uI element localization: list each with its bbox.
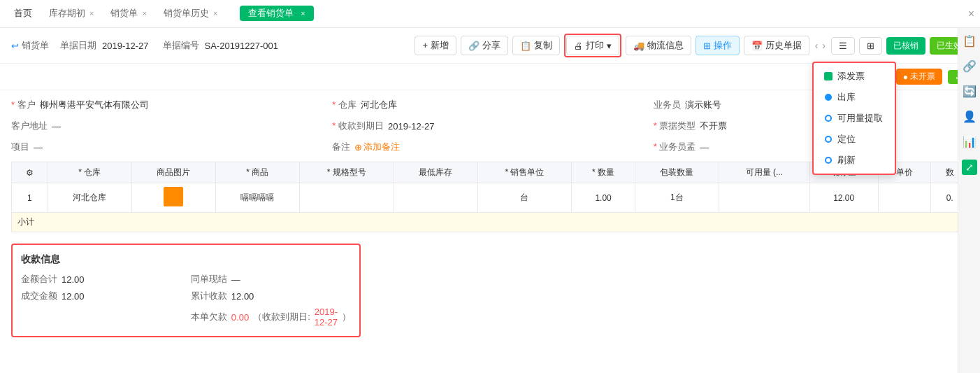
row-spec (299, 183, 394, 213)
address-value: — (52, 121, 61, 132)
logistics-button[interactable]: 🚚 物流信息 (626, 36, 691, 55)
same-order-row: 同单现结 — (191, 273, 351, 286)
operation-icon: ⊞ (703, 41, 711, 51)
row-no: 1 (12, 183, 48, 213)
customer-row: 客户 柳州粤港平安气体有限公司 (11, 99, 326, 111)
warehouse-label: 仓库 (332, 99, 356, 111)
amount-row: 金额合计 12.00 (21, 273, 177, 286)
doc-type-badge: ↩ 销货单 (11, 39, 49, 52)
view-toggle-list[interactable]: ☰ (831, 37, 855, 55)
print-highlight-wrapper: 🖨 打印 ▾ (564, 34, 621, 57)
tab-inventory[interactable]: 库存期初 × (41, 0, 102, 28)
share-icon: 🔗 (468, 41, 480, 51)
print-button[interactable]: 🖨 打印 ▾ (566, 36, 619, 55)
row-warehouse: 河北仓库 (48, 183, 131, 213)
tab-view-sales[interactable]: 查看销货单 × (231, 0, 322, 28)
product-image (164, 187, 183, 206)
remark-label: 备注 (332, 141, 350, 153)
add-note-button[interactable]: ⊕ 添加备注 (354, 141, 400, 153)
share-button[interactable]: 🔗 分享 (461, 36, 508, 55)
history-button[interactable]: 📅 历史单据 (744, 36, 809, 55)
col-min-stock: 最低库存 (394, 162, 477, 183)
tab-inventory-close[interactable]: × (89, 9, 94, 17)
doc-date-label: 单据日期 (60, 39, 96, 52)
project-label: 项目 (11, 141, 29, 153)
owed-end: ） (342, 311, 351, 323)
row-min-stock (394, 183, 477, 213)
col-pkg: 包装数量 (635, 162, 719, 183)
same-order-value: — (231, 274, 240, 285)
same-order-label: 同单现结 (191, 273, 227, 286)
row-product: 嗝嗝嗝嗝 (215, 183, 299, 213)
sidebar-clipboard-icon[interactable]: 📋 (963, 34, 977, 48)
right-sidebar: 📋 🔗 🔄 👤 📊 ⤢ (958, 28, 980, 373)
print-dropdown-icon: ▾ (607, 41, 612, 51)
row-unit: 台 (477, 183, 572, 213)
project-row: 项目 — (11, 141, 326, 153)
history-label: 历史单据 (765, 39, 802, 52)
not-open-button[interactable]: ● 未开票 (896, 69, 942, 85)
tab-sales-history[interactable]: 销货单历史 × (155, 0, 226, 28)
doc-type-label: 销货单 (22, 39, 49, 52)
next-arrow[interactable]: › (821, 40, 827, 51)
tab-sales-label: 销货单 (110, 7, 138, 20)
new-button[interactable]: + 新增 (415, 36, 456, 55)
address-row: 客户地址 — (11, 120, 326, 132)
doc-number-label: 单据编号 (163, 39, 199, 52)
row-available (719, 183, 809, 213)
not-open-label: 未开票 (910, 71, 935, 83)
prev-arrow[interactable]: ‹ (814, 40, 820, 51)
refresh-label: 刷新 (837, 154, 856, 167)
locate-label: 定位 (837, 133, 856, 146)
col-warehouse: * 仓库 (48, 162, 131, 183)
sidebar-chart-icon[interactable]: 📊 (963, 134, 977, 148)
payment-due-label: 收款到期日 (332, 120, 384, 132)
view-toggle-grid[interactable]: ⊞ (859, 37, 882, 55)
history-icon: 📅 (751, 41, 763, 51)
operation-button[interactable]: ⊞ 操作 (696, 36, 740, 55)
logistics-icon: 🚚 (633, 41, 644, 51)
dropdown-locate[interactable]: 定位 (814, 129, 895, 150)
payment-title: 收款信息 (21, 253, 351, 266)
dropdown-refresh[interactable]: 刷新 (814, 150, 895, 171)
logistics-label: 物流信息 (647, 39, 684, 52)
sidebar-user-icon[interactable]: 👤 (963, 109, 977, 123)
tab-home[interactable]: 首页 (6, 0, 41, 28)
owed-label: 本单欠款 (191, 311, 227, 323)
dropdown-add-invoice[interactable]: 添发票 (814, 66, 895, 87)
row-qty: 1.00 (572, 183, 635, 213)
dropdown-outbound[interactable]: 出库 (814, 87, 895, 108)
outbound-icon (823, 92, 833, 102)
dropdown-available[interactable]: 可用量提取 (814, 108, 895, 129)
staff-row: 业务员 演示账号 (654, 99, 969, 111)
tab-sales[interactable]: 销货单 × (102, 0, 154, 28)
sidebar-expand-icon[interactable]: ⤢ (962, 160, 977, 175)
sidebar-link-icon[interactable]: 🔗 (963, 59, 977, 73)
col-settings[interactable]: ⚙ (12, 162, 48, 183)
tab-home-label: 首页 (14, 7, 32, 20)
tab-inventory-label: 库存期初 (49, 7, 85, 20)
remark-add-label: 添加备注 (363, 141, 400, 153)
sidebar-sync-icon[interactable]: 🔄 (963, 84, 977, 98)
subtotal-label: 小计 (12, 213, 969, 232)
salesperson-row: 业务员孟 — (654, 141, 969, 153)
dropdown-menu: 添发票 出库 可用量提取 定位 刷新 (812, 62, 896, 175)
transaction-value: 12.00 (62, 291, 85, 302)
tab-sales-close[interactable]: × (142, 9, 146, 17)
tab-view-sales-close[interactable]: × (301, 9, 305, 17)
invoice-label: 票据类型 (654, 120, 696, 132)
col-unit: * 销售单位 (477, 162, 572, 183)
col-product: * 商品 (215, 162, 299, 183)
payment-due-value: 2019-12-27 (388, 121, 435, 132)
print-icon: 🖨 (574, 41, 583, 51)
close-all-button[interactable]: × (968, 8, 974, 20)
sold-status-badge: 已核销 (886, 37, 925, 55)
tab-sales-history-close[interactable]: × (213, 9, 217, 17)
amount-value: 12.00 (62, 274, 85, 285)
owed-value: 0.00 (231, 312, 249, 323)
row-price (878, 183, 931, 213)
owed-date: 2019-12-27 (315, 307, 338, 328)
doc-title-area: ↩ 销货单 单据日期 2019-12-27 单据编号 SA-20191227-0… (11, 39, 278, 52)
not-open-icon: ● (903, 72, 908, 82)
copy-button[interactable]: 📋 复制 (512, 36, 560, 55)
